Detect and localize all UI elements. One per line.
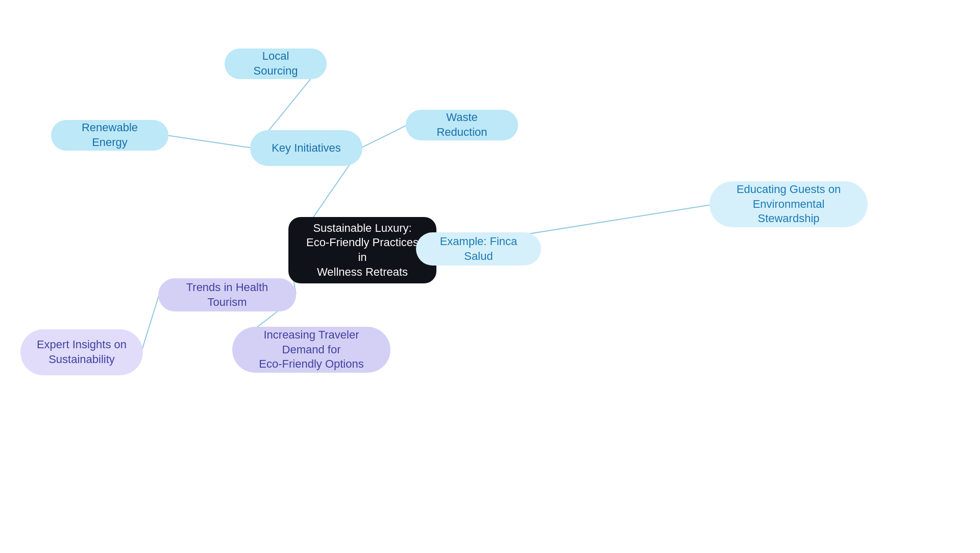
center-node[interactable]: Sustainable Luxury: Eco-Friendly Practic… — [288, 217, 436, 283]
educating-guests-label: Educating Guests on Environmental Stewar… — [724, 182, 853, 226]
waste-reduction-node[interactable]: Waste Reduction — [406, 110, 518, 140]
educating-guests-node[interactable]: Educating Guests on Environmental Stewar… — [709, 181, 868, 227]
expert-insights-label: Expert Insights on Sustainability — [37, 338, 127, 367]
local-sourcing-node[interactable]: Local Sourcing — [225, 49, 327, 79]
renewable-energy-node[interactable]: Renewable Energy — [51, 120, 168, 151]
svg-line-1 — [264, 74, 315, 136]
expert-insights-node[interactable]: Expert Insights on Sustainability — [20, 329, 143, 375]
trends-health-node[interactable]: Trends in Health Tourism — [158, 278, 296, 311]
mind-map: Sustainable Luxury: Eco-Friendly Practic… — [0, 0, 980, 553]
connections-svg — [0, 0, 980, 553]
renewable-energy-label: Renewable Energy — [65, 121, 154, 150]
trends-health-label: Trends in Health Tourism — [173, 280, 282, 309]
svg-line-3 — [168, 136, 250, 148]
increasing-demand-label: Increasing Traveler Demand for Eco-Frien… — [247, 328, 376, 372]
key-initiatives-node[interactable]: Key Initiatives — [250, 130, 362, 166]
waste-reduction-label: Waste Reduction — [420, 110, 504, 139]
increasing-demand-node[interactable]: Increasing Traveler Demand for Eco-Frien… — [232, 327, 390, 373]
example-finca-label: Example: Finca Salud — [430, 234, 527, 263]
example-finca-node[interactable]: Example: Finca Salud — [416, 232, 541, 266]
svg-line-2 — [362, 126, 406, 147]
svg-line-7 — [142, 297, 159, 349]
key-initiatives-label: Key Initiatives — [272, 141, 341, 156]
local-sourcing-label: Local Sourcing — [239, 49, 312, 78]
center-label: Sustainable Luxury: Eco-Friendly Practic… — [303, 221, 422, 279]
